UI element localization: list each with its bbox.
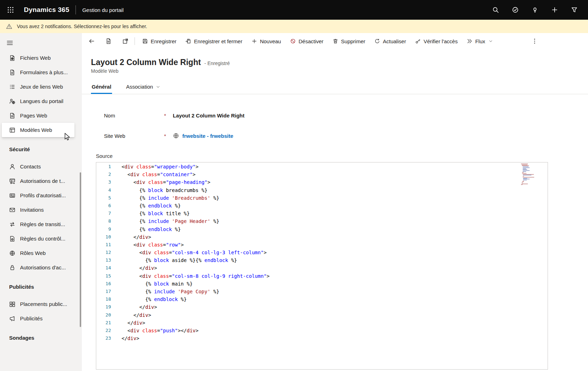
area-title[interactable]: Gestion du portail <box>82 7 124 13</box>
line-number: 22 <box>96 327 111 334</box>
checkmark-circle-icon <box>512 6 519 13</box>
save-status: - Enregistré <box>204 60 230 66</box>
code-line-text: </div> <box>111 311 151 319</box>
plus-icon <box>251 38 257 44</box>
more-commands-button[interactable] <box>528 35 541 47</box>
sidebar-item[interactable]: Formulaires à plus... <box>2 65 74 79</box>
code-line[interactable]: 18 {% endblock %} <box>96 295 548 303</box>
code-line[interactable]: 7 {% block title %} <box>96 210 548 217</box>
code-line[interactable]: 15 <div class="col-sm-8 col-lg-9 right-c… <box>96 272 548 280</box>
sidebar-item[interactable]: Règles du contrôl... <box>2 231 74 246</box>
minimap-line <box>522 184 528 184</box>
sidebar-scrollbar[interactable] <box>80 172 81 327</box>
code-line[interactable]: 1<div class="wrapper-body"> <box>96 163 548 171</box>
hamburger-button[interactable] <box>6 39 14 47</box>
code-line[interactable]: 4 {% block breadcrumbs %} <box>96 186 548 194</box>
sidebar-item[interactable]: Autorisations de t... <box>2 174 74 188</box>
commandbar-button-label: Actualiser <box>383 38 406 44</box>
checkmark-circle-button[interactable] <box>509 4 521 16</box>
command-bar: EnregistrerEnregistrer et fermerNouveauD… <box>82 33 588 49</box>
sidebar-item[interactable]: Placements public... <box>2 297 74 311</box>
form-button[interactable] <box>102 35 115 47</box>
code-line[interactable]: 12 <div class="col-sm-4 col-lg-3 left-co… <box>96 249 548 256</box>
filter-icon <box>571 6 578 13</box>
code-line[interactable]: 10 </div> <box>96 233 548 241</box>
line-number: 4 <box>96 186 111 194</box>
minimap-line <box>522 165 529 166</box>
code-line-text: {% block title %} <box>111 210 190 217</box>
commandbar-button[interactable]: Vérifier l'accès <box>411 35 462 47</box>
code-line[interactable]: 21 </div> <box>96 319 548 327</box>
commandbar-button[interactable]: Enregistrer et fermer <box>181 35 247 47</box>
transition-rule-icon <box>9 221 15 228</box>
sidebar-item[interactable]: Rôles Web <box>2 246 74 260</box>
lightbulb-icon <box>531 6 538 13</box>
commandbar-button[interactable]: Désactiver <box>286 35 328 47</box>
code-line[interactable]: 13 {% block aside %}{% endblock %} <box>96 256 548 264</box>
code-line[interactable]: 11 <div class="row"> <box>96 241 548 249</box>
back-arrow-button[interactable] <box>85 35 98 47</box>
search-button[interactable] <box>490 4 502 16</box>
commandbar-button[interactable]: Actualiser <box>370 35 411 47</box>
commandbar-button[interactable]: Enregistrer <box>138 35 181 47</box>
code-line[interactable]: 9 {% endblock %} <box>96 225 548 233</box>
sidebar-item[interactable]: Contacts <box>2 159 74 174</box>
code-line[interactable]: 22 <div class="push"></div> <box>96 327 548 334</box>
sidebar-item-label: Modèles Web <box>20 127 52 133</box>
tab-general[interactable]: Général <box>91 80 112 94</box>
code-line[interactable]: 2 <div class="container"> <box>96 171 548 178</box>
code-line[interactable]: 16 {% block main %} <box>96 280 548 288</box>
minimap-line <box>522 183 523 183</box>
commandbar-button-label: Nouveau <box>260 38 281 44</box>
sidebar-groups: Fichiers WebFormulaires à plus...Jeux de… <box>0 51 82 348</box>
sidebar-item-label: Autorisations d'ac... <box>20 264 66 270</box>
app-title[interactable]: Dynamics 365 <box>24 6 69 14</box>
sidebar-item[interactable]: Publicités <box>2 311 74 326</box>
code-line[interactable]: 19 </div> <box>96 303 548 311</box>
sidebar-item[interactable]: Règles de transiti... <box>2 217 74 231</box>
sidebar-item[interactable]: Fichiers Web <box>2 51 74 65</box>
editor-minimap[interactable] <box>521 164 543 187</box>
field-value[interactable]: Layout 2 Column Wide Right <box>173 113 244 119</box>
source-label: Source <box>96 153 588 159</box>
record-title: Layout 2 Column Wide Right <box>91 57 201 68</box>
sidebar-item[interactable]: Autorisations d'ac... <box>2 260 74 275</box>
sidebar-item[interactable]: Invitations <box>2 203 74 217</box>
code-line[interactable]: 6 {% endblock %} <box>96 202 548 210</box>
code-editor[interactable]: 1<div class="wrapper-body">2 <div class=… <box>96 162 548 370</box>
code-line[interactable]: 8 {% include 'Page Header' %} <box>96 217 548 225</box>
code-line[interactable]: 17 {% include 'Page Copy' %} <box>96 288 548 295</box>
line-number: 6 <box>96 202 111 210</box>
sidebar-item[interactable]: Langues du portail <box>2 94 74 108</box>
invitation-icon <box>9 207 15 213</box>
filter-button[interactable] <box>568 4 580 16</box>
code-line[interactable]: 3 <div class="page-heading"> <box>96 178 548 186</box>
lightbulb-button[interactable] <box>529 4 541 16</box>
commandbar-button[interactable]: Nouveau <box>247 35 286 47</box>
sidebar-item[interactable]: Jeux de liens Web <box>2 79 74 94</box>
sidebar-item[interactable]: Pages Web <box>2 108 74 123</box>
web-role-icon <box>9 250 15 256</box>
code-line[interactable]: 23</div> <box>96 334 548 342</box>
commandbar-button[interactable]: Supprimer <box>328 35 370 47</box>
plus-button[interactable] <box>549 4 561 16</box>
sidebar-item[interactable]: Modèles Web <box>2 123 74 137</box>
commandbar-button[interactable]: Flux <box>462 35 497 47</box>
sidebar-item[interactable]: Profils d'autorisati... <box>2 188 74 203</box>
code-line-text: {% block main %} <box>111 280 192 288</box>
lookup-link[interactable]: frwebsite - frwebsite <box>182 133 233 139</box>
search-icon <box>492 6 499 13</box>
line-number: 15 <box>96 272 111 280</box>
code-line[interactable]: 5 {% include 'Breadcrumbs' %} <box>96 194 548 202</box>
commandbar-buttons: EnregistrerEnregistrer et fermerNouveauD… <box>138 35 497 47</box>
popout-button[interactable] <box>119 35 132 47</box>
notification-bar[interactable]: Vous avez 2 notifications. Sélectionnez-… <box>0 20 588 33</box>
code-line-text: {% endblock %} <box>111 202 181 210</box>
topbar-actions <box>490 4 586 16</box>
sidebar-item-label: Profils d'autorisati... <box>20 192 66 198</box>
tab-association[interactable]: Association <box>125 80 161 94</box>
lookup-value[interactable]: frwebsite - frwebsite <box>173 133 233 139</box>
code-line[interactable]: 20 </div> <box>96 311 548 319</box>
app-launcher-button[interactable] <box>3 2 18 18</box>
code-line[interactable]: 14 </div> <box>96 264 548 272</box>
